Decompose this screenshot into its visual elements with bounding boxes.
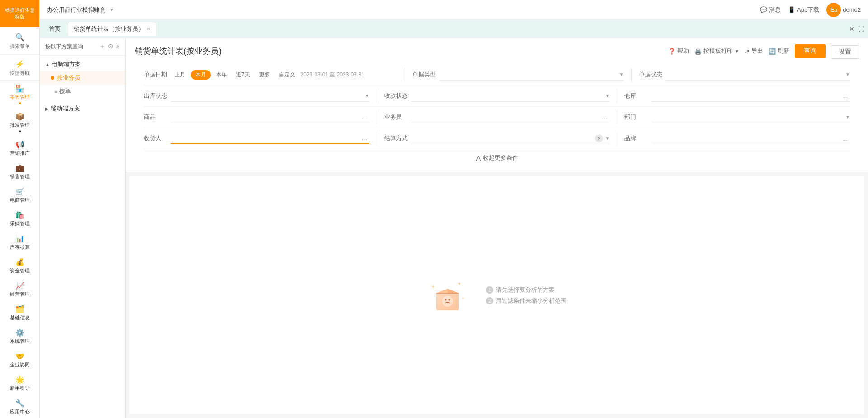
divider-8 (617, 132, 617, 145)
tab-actions: ✕ ⛶ (849, 25, 864, 33)
svg-text:✦: ✦ (431, 284, 435, 290)
collapse-btn[interactable]: ⋀ 收起更多条件 (473, 151, 521, 165)
wholesale-icon: 📦 (15, 112, 24, 121)
empty-illustration: ✦ ✦ ✦ (427, 275, 468, 316)
date-7days-btn[interactable]: 近7天 (232, 70, 254, 80)
basic-icon: 🗂️ (15, 305, 24, 314)
sidebar-item-retail[interactable]: 🏪 零售管理 ▲ (0, 81, 39, 109)
sidebar-item-purchase[interactable]: 🛍️ 采购管理 (0, 207, 39, 231)
consignee-dots-btn[interactable]: … (359, 134, 369, 142)
sidebar-item-basic[interactable]: 🗂️ 基础信息 (0, 301, 39, 325)
goods-dots-btn[interactable]: … (359, 114, 369, 121)
message-btn[interactable]: 💬 消息 (760, 6, 781, 14)
doc-type-label: 单据类型 (412, 71, 436, 79)
content-area: 按以下方案查询 ＋ ⊙ « ▲ 电脑端方案 按业务员 ≡ 按单 (40, 38, 868, 418)
sidebar-nav-section[interactable]: ⚡ 快捷导航 (0, 55, 39, 81)
date-custom-btn[interactable]: 自定义 (275, 70, 299, 80)
edit-plan-btn[interactable]: ⊙ (108, 43, 113, 51)
svg-point-4 (442, 296, 453, 307)
consignee-field[interactable]: … (171, 133, 369, 144)
refresh-btn[interactable]: 🔄 刷新 (769, 47, 789, 55)
sidebar-item-sales[interactable]: 💼 销售管理 (0, 160, 39, 184)
export-label: 导出 (751, 47, 763, 55)
divider-6 (617, 110, 617, 124)
tab-close-window-btn[interactable]: ✕ (849, 25, 854, 33)
add-plan-btn[interactable]: ＋ (99, 43, 105, 51)
purchase-label: 采购管理 (10, 220, 30, 227)
header-dropdown-arrow[interactable]: ▼ (109, 7, 114, 12)
plan-group-mobile-header[interactable]: ▶ 移动端方案 (40, 102, 125, 115)
warehouse-field[interactable]: … (651, 90, 850, 102)
left-panel-actions: ＋ ⊙ « (99, 43, 120, 51)
doc-type-arrow-icon: ▼ (619, 72, 624, 77)
sidebar-item-enterprise[interactable]: 🤝 企业协同 (0, 348, 39, 372)
divider-4 (617, 89, 617, 103)
filter-row-3: 商品 … 业务员 … (144, 107, 850, 128)
plan-item-salesman-label: 按业务员 (57, 74, 80, 82)
date-more-btn[interactable]: 更多 (255, 70, 274, 80)
template-print-btn[interactable]: 🖨️ 按模板打印 ▼ (694, 47, 739, 55)
date-this-year-btn[interactable]: 本年 (212, 70, 231, 80)
template-print-label: 按模板打印 (703, 47, 733, 55)
payment-field[interactable]: × ▼ (411, 133, 610, 144)
payment-clear-btn[interactable]: × (595, 134, 603, 142)
divider-3 (377, 89, 377, 103)
left-panel-header: 按以下方案查询 ＋ ⊙ « (40, 38, 125, 56)
query-btn[interactable]: 查询 (795, 44, 826, 58)
plan-item-by-order[interactable]: ≡ 按单 (40, 85, 125, 98)
salesman-label: 业务员 (384, 113, 408, 121)
plan-group-mobile-label: 移动端方案 (51, 104, 80, 113)
sales-label: 销售管理 (10, 173, 30, 180)
sidebar-item-newbie[interactable]: 🌟 新手引导 (0, 372, 39, 395)
tab-home[interactable]: 首页 (43, 22, 66, 36)
sidebar-item-ecommerce[interactable]: 🛒 电商管理 (0, 184, 39, 207)
plan-group-desktop-header[interactable]: ▲ 电脑端方案 (40, 57, 125, 71)
user-menu[interactable]: Ea demo2 (826, 3, 861, 17)
date-last-month-btn[interactable]: 上月 (171, 70, 189, 80)
sidebar-item-apps[interactable]: 🔧 应用中心 (0, 395, 39, 418)
warehouse-dots-btn[interactable]: … (840, 92, 850, 100)
svg-text:✦: ✦ (461, 296, 465, 301)
sidebar-item-wholesale[interactable]: 📦 批发管理 ▲ (0, 109, 39, 137)
inventory-icon: 📊 (15, 234, 24, 243)
settings-btn[interactable]: 设置 (831, 45, 859, 59)
avatar: Ea (826, 3, 841, 17)
tab-report[interactable]: 销货单统计表（按业务员） × (68, 22, 156, 36)
plan-item-by-salesman[interactable]: 按业务员 (40, 71, 125, 85)
date-range: 2023-03-01 至 2023-03-31 (301, 71, 364, 79)
app-download-btn[interactable]: 📱 App下载 (788, 6, 819, 14)
tab-close-btn[interactable]: × (147, 26, 150, 32)
tip2-text: 用过滤条件来缩小分析范围 (496, 297, 566, 305)
filter-consignee: 收货人 … (144, 133, 369, 144)
sidebar: 畅捷通好生意 标版 🔍 搜索菜单 ⚡ 快捷导航 🏪 零售管理 ▲ 📦 批发管理 … (0, 0, 40, 418)
sidebar-item-operation[interactable]: 📈 经营管理 (0, 278, 39, 301)
consignee-label: 收货人 (144, 134, 167, 142)
brand-dots-btn[interactable]: … (840, 135, 850, 142)
dept-field[interactable]: ▼ (651, 111, 850, 123)
doc-type-field[interactable]: ▼ (439, 69, 624, 81)
ecommerce-label: 电商管理 (10, 197, 30, 204)
avatar-initials: Ea (830, 7, 837, 13)
sidebar-item-inventory[interactable]: 📊 库存核算 (0, 231, 39, 254)
retail-icon: 🏪 (15, 84, 24, 93)
goods-field[interactable]: … (171, 111, 369, 123)
left-panel-title: 按以下方案查询 (45, 43, 83, 51)
left-panel: 按以下方案查询 ＋ ⊙ « ▲ 电脑端方案 按业务员 ≡ 按单 (40, 38, 126, 418)
brand-field[interactable]: … (651, 133, 850, 144)
help-btn[interactable]: ❓ 帮助 (668, 47, 689, 55)
tab-maximize-btn[interactable]: ⛶ (858, 25, 864, 33)
salesman-field[interactable]: … (411, 111, 610, 123)
sidebar-item-system[interactable]: ⚙️ 系统管理 (0, 325, 39, 348)
sidebar-item-marketing[interactable]: 📢 营销推广 (0, 137, 39, 160)
collapse-panel-btn[interactable]: « (116, 43, 120, 51)
export-btn[interactable]: ↗ 导出 (745, 47, 763, 55)
svg-point-6 (449, 299, 450, 300)
out-status-field[interactable]: ▼ (171, 90, 369, 102)
salesman-dots-btn[interactable]: … (599, 114, 609, 121)
date-this-month-btn[interactable]: 本月 (191, 70, 211, 80)
sidebar-search-section[interactable]: 🔍 搜索菜单 (0, 27, 39, 55)
sidebar-item-finance[interactable]: 💰 资金管理 (0, 254, 39, 278)
tip1-text: 请先选择要分析的方案 (496, 286, 555, 294)
pay-status-field[interactable]: ▼ (411, 90, 610, 102)
doc-status-field[interactable]: ▼ (666, 69, 850, 81)
